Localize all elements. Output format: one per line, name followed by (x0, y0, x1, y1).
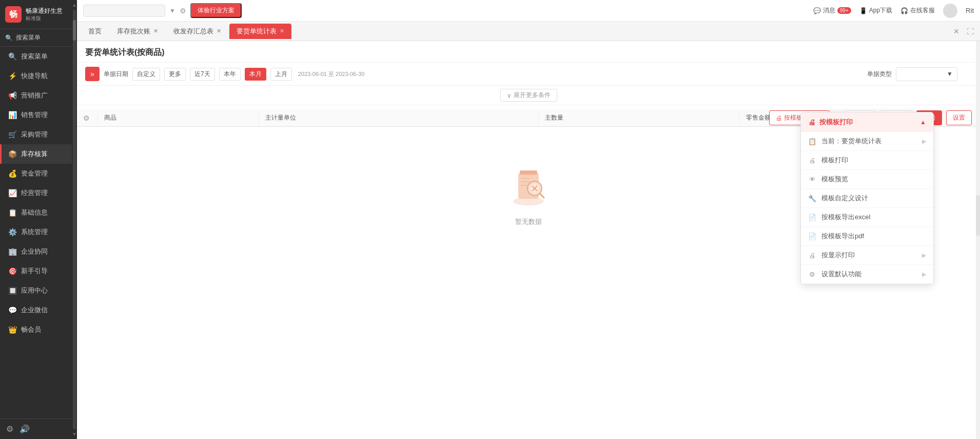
set-default-icon: ⚙ (808, 271, 816, 278)
template-print-icon: 🖨 (808, 157, 816, 164)
sidebar-item-finance[interactable]: 💰 资金管理 (0, 164, 72, 183)
th-quantity: 主数量 (539, 109, 739, 127)
app-download-item[interactable]: 📱 App下载 (859, 6, 892, 15)
topbar-chevron-icon[interactable]: ▼ (169, 7, 175, 14)
dropdown-current-arrow: ▶ (922, 138, 926, 145)
headset-icon: 🎧 (900, 7, 908, 14)
dropdown-collapse-icon: ▲ (920, 119, 926, 126)
template-custom-label: 模板自定义设计 (821, 194, 868, 203)
settings-icon[interactable]: ⚙ (6, 424, 13, 434)
dropdown-header[interactable]: 🖨 按模板打印 ▲ (801, 112, 933, 132)
sidebar-item-label-wechat: 企业微信 (21, 306, 48, 315)
dropdown-current-icon: 📋 (808, 138, 816, 145)
sidebar-item-marketing[interactable]: 📢 营销推广 (0, 86, 72, 105)
online-service-item[interactable]: 🎧 在线客服 (900, 6, 935, 15)
scroll-thumb (73, 20, 76, 41)
tab-close-order-stats[interactable]: ✕ (280, 28, 284, 34)
tab-close-inventory-batch[interactable]: ✕ (153, 28, 158, 34)
dropdown-item-export-excel[interactable]: 📄 按模板导出excel (801, 208, 933, 227)
sidebar-item-sales[interactable]: 📊 销售管理 (0, 105, 72, 125)
sidebar-item-inventory[interactable]: 📦 库存核算 (0, 144, 72, 164)
sidebar-item-quick-nav[interactable]: ⚡ 快捷导航 (0, 66, 72, 86)
topbar-gear-icon[interactable]: ⚙ (180, 7, 186, 15)
tab-order-stats[interactable]: 要货单统计表✕ (229, 24, 291, 39)
set-default-arrow: ▶ (922, 271, 926, 278)
user-avatar[interactable] (943, 4, 957, 18)
sidebar-item-member[interactable]: 👑 畅会员 (0, 320, 72, 339)
export-pdf-label: 按模板导出pdf (821, 232, 864, 241)
sidebar-item-wechat[interactable]: 💬 企业微信 (0, 300, 72, 320)
sidebar-item-basic-info[interactable]: 📋 基础信息 (0, 203, 72, 222)
date-range-display: 2023-06-01 至 2023-06-30 (298, 70, 365, 78)
order-type-select[interactable]: ▼ (896, 67, 957, 81)
settings-button[interactable]: 设置 (946, 110, 972, 125)
tab-home[interactable]: 首页 (81, 24, 109, 39)
filter-expand-button[interactable]: » (85, 67, 100, 81)
tab-receipt-summary[interactable]: 收发存汇总表✕ (166, 24, 228, 39)
dropdown-item-template-custom[interactable]: 🔧 模板自定义设计 (801, 189, 933, 208)
table-column-settings-icon[interactable]: ⚙ (83, 114, 90, 122)
sidebar-item-enterprise[interactable]: 🏢 企业协同 (0, 242, 72, 261)
tab-label-inventory-batch: 库存批次账 (117, 27, 150, 36)
date-btn-本月[interactable]: 本月 (245, 68, 266, 81)
sales-icon: 📊 (8, 110, 17, 120)
th-unit: 主计量单位 (259, 109, 538, 127)
promo-button[interactable]: 体验行业方案 (190, 3, 242, 18)
order-type-label: 单据类型 (867, 70, 892, 79)
svg-rect-2 (520, 170, 537, 175)
expand-more-button[interactable]: ∨ 展开更多条件 (500, 89, 557, 102)
topbar-search-input[interactable] (83, 5, 165, 17)
expand-label: 展开更多条件 (514, 91, 551, 100)
right-scrollbar (976, 41, 980, 439)
sidebar-item-app-center[interactable]: 🔲 应用中心 (0, 281, 72, 300)
tab-label-receipt-summary: 收发存汇总表 (173, 27, 213, 36)
sidebar-item-label-purchase: 采购管理 (21, 130, 48, 139)
app-download-icon: 📱 (859, 7, 867, 14)
scroll-up-btn[interactable]: ▲ (72, 2, 77, 8)
topbar: ▼ ⚙ 体验行业方案 💬 消息 99+ 📱 App下载 🎧 在线客服 Rit (77, 0, 980, 22)
sidebar-item-label-search: 搜索菜单 (21, 52, 48, 61)
tab-label-home: 首页 (88, 27, 102, 36)
dropdown-item-export-pdf[interactable]: 📄 按模板导出pdf (801, 227, 933, 246)
message-item[interactable]: 💬 消息 99+ (813, 6, 851, 15)
purchase-icon: 🛒 (8, 130, 17, 139)
dropdown-current-item[interactable]: 📋 当前：要货单统计表 ▶ (801, 132, 933, 151)
dropdown-item-set-default[interactable]: ⚙ 设置默认功能 ▶ (801, 265, 933, 284)
expand-more-bar: ∨ 展开更多条件 (77, 86, 980, 105)
sidebar-search[interactable]: 🔍 搜索菜单 (0, 29, 72, 47)
tab-close-receipt-summary[interactable]: ✕ (217, 28, 221, 34)
tab-inventory-batch[interactable]: 库存批次账✕ (110, 24, 165, 39)
th-product: 商品 (97, 109, 259, 127)
date-btn-上月[interactable]: 上月 (270, 68, 292, 81)
date-btn-自定义[interactable]: 自定义 (132, 68, 160, 81)
user-name: Rit (966, 7, 974, 14)
date-btn-近7天[interactable]: 近7天 (190, 68, 215, 81)
dropdown-item-template-preview[interactable]: 👁 模板预览 (801, 170, 933, 189)
sidebar-item-system[interactable]: ⚙️ 系统管理 (0, 222, 72, 242)
maximize-tab-btn[interactable]: ⛶ (965, 26, 976, 36)
date-btn-更多[interactable]: 更多 (164, 68, 186, 81)
set-default-label: 设置默认功能 (821, 270, 861, 279)
system-icon: ⚙️ (8, 227, 17, 237)
quick-nav-icon: ⚡ (8, 71, 17, 81)
search-icon: 🔍 (5, 34, 13, 42)
message-icon: 💬 (813, 7, 821, 14)
sidebar-item-guide[interactable]: 🎯 新手引导 (0, 261, 72, 281)
app-name: 畅康通好生意 (26, 7, 63, 15)
dropdown-item-display-print[interactable]: 🖨 按显示打印 ▶ (801, 246, 933, 265)
template-custom-icon: 🔧 (808, 195, 816, 202)
sidebar-item-label-guide: 新手引导 (21, 266, 48, 276)
close-tab-btn[interactable]: ✕ (951, 26, 962, 36)
sidebar-item-search[interactable]: 🔍 搜索菜单 (0, 47, 72, 66)
sidebar-item-purchase[interactable]: 🛒 采购管理 (0, 125, 72, 144)
sidebar-item-operations[interactable]: 📈 经营管理 (0, 183, 72, 203)
online-service-label: 在线客服 (910, 6, 935, 15)
dropdown-item-template-print[interactable]: 🖨 模板打印 (801, 151, 933, 170)
dropdown-title: 按模板打印 (819, 118, 853, 127)
speaker-icon[interactable]: 🔊 (19, 424, 30, 434)
search-icon: 🔍 (8, 52, 17, 61)
empty-icon (503, 158, 554, 209)
scroll-down-btn[interactable]: ▼ (72, 431, 77, 437)
date-btn-本年[interactable]: 本年 (219, 68, 241, 81)
filter-toolbar: » 单据日期自定义更多近7天本年本月上月2023-06-01 至 2023-06… (77, 63, 980, 86)
